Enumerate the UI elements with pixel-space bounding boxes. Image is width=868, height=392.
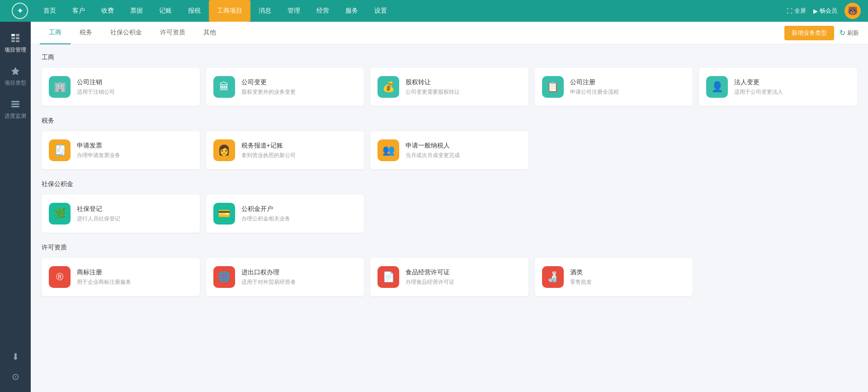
section-title-0: 工商 [42,53,857,62]
section-3: 许可资质®商标注册用于企业商标注册服务🌐进出口权办理适用于对外贸易经营者📄食品经… [42,244,857,296]
svg-rect-5 [16,40,19,42]
card-icon-1-2: 👥 [377,139,399,161]
top-navigation: ✦ 首页客户收费票据记账报税工商项目消息管理经营服务设置 ⛶ 全屏 ▶ 畅会员 … [0,0,868,22]
refresh-button[interactable]: ↻刷新 [840,29,859,37]
card-title-3-2: 食品经营许可证 [406,268,454,277]
service-card-2-0[interactable]: 🌿社保登记进行人员社保登记 [42,195,200,233]
tab-其他[interactable]: 其他 [194,22,225,44]
sidebar-item-project-type[interactable]: 项目类型 [0,59,31,92]
card-desc-1-2: 当月或次月成变更完成 [406,152,460,159]
service-card-0-1[interactable]: 🏛公司变更股权变更外的业务变更 [206,68,364,106]
card-info-3-1: 进出口权办理适用于对外贸易经营者 [241,268,296,286]
section-1: 税务🧾申请发票办理申请发票业务👩税务报道+记账拿到营业执照的新公司👥申请一般纳税… [42,117,857,169]
section-title-1: 税务 [42,117,857,125]
card-icon-2-1: 💳 [213,203,235,225]
card-title-1-0: 申请发票 [77,142,120,150]
svg-rect-11 [13,104,14,105]
section-title-3: 许可资质 [42,244,857,252]
fullscreen-label: 全屏 [794,7,806,15]
service-card-2-1[interactable]: 💳公积金开户办理公积金相关业务 [206,195,364,233]
card-icon-1-0: 🧾 [49,139,71,161]
service-card-0-0[interactable]: 🏢公司注销适用于注销公司 [42,68,200,106]
tab-社保公积金[interactable]: 社保公积金 [101,22,151,44]
mascot-avatar: 🐻 [844,3,861,19]
card-desc-2-1: 办理公积金相关业务 [241,215,290,223]
card-title-3-3: 酒类 [570,268,592,277]
svg-marker-6 [11,67,19,75]
vip-button[interactable]: ▶ 畅会员 [813,7,837,15]
card-title-0-3: 公司注册 [570,78,619,86]
nav-item-经营[interactable]: 经营 [308,0,337,22]
card-info-0-4: 法人变更适用于公司变更法人 [734,78,783,96]
card-icon-3-2: 📄 [377,266,399,288]
sidebar-item-progress[interactable]: 进度监测 [0,92,31,125]
nav-item-消息[interactable]: 消息 [250,0,279,22]
tab-许可资质[interactable]: 许可资质 [151,22,194,44]
nav-item-管理[interactable]: 管理 [279,0,308,22]
svg-rect-12 [15,106,17,107]
service-card-3-2[interactable]: 📄食品经营许可证办理食品经营许可证 [370,258,528,296]
nav-item-客户[interactable]: 客户 [64,0,93,22]
service-card-1-2[interactable]: 👥申请一般纳税人当月或次月成变更完成 [370,131,528,169]
add-type-button[interactable]: 新增业务类型 [784,26,834,40]
service-card-3-1[interactable]: 🌐进出口权办理适用于对外贸易经营者 [206,258,364,296]
refresh-label: 刷新 [847,29,859,37]
card-info-1-2: 申请一般纳税人当月或次月成变更完成 [406,142,460,159]
service-card-1-0[interactable]: 🧾申请发票办理申请发票业务 [42,131,200,169]
main-layout: 项目管理 项目类型 进度监测 [0,22,868,392]
sidebar-item-label: 项目管理 [5,46,26,54]
card-desc-0-2: 公司变更需要股权转让 [406,88,460,96]
service-card-1-1[interactable]: 👩税务报道+记账拿到营业执照的新公司 [206,131,364,169]
nav-item-设置[interactable]: 设置 [366,0,395,22]
nav-item-收费[interactable]: 收费 [93,0,122,22]
card-title-2-0: 社保登记 [77,205,120,213]
card-info-0-0: 公司注销适用于注销公司 [77,78,115,96]
settings-circle-icon[interactable]: ⊙ [7,368,24,385]
service-card-3-0[interactable]: ®商标注册用于企业商标注册服务 [42,258,200,296]
progress-icon [9,98,22,110]
card-info-2-0: 社保登记进行人员社保登记 [77,205,120,223]
service-card-0-4[interactable]: 👤法人变更适用于公司变更法人 [699,68,857,106]
card-icon-0-0: 🏢 [49,76,71,98]
content-area: 工商税务社保公积金许可资质其他 新增业务类型↻刷新 工商🏢公司注销适用于注销公司… [31,22,868,392]
nav-item-首页[interactable]: 首页 [35,0,64,22]
fullscreen-icon: ⛶ [787,8,793,14]
card-title-2-1: 公积金开户 [241,205,290,213]
sidebar-bottom: ⬇ ⊙ [0,349,31,392]
card-desc-0-4: 适用于公司变更法人 [734,88,783,96]
service-card-3-3[interactable]: 🍶酒类零售批发 [535,258,693,296]
nav-item-报税[interactable]: 报税 [180,0,209,22]
tab-税务[interactable]: 税务 [71,22,101,44]
service-card-0-3[interactable]: 📋公司注册申请公司注册全流程 [535,68,693,106]
card-info-1-1: 税务报道+记账拿到营业执照的新公司 [241,142,296,159]
tab-工商[interactable]: 工商 [40,22,71,44]
nav-item-记账[interactable]: 记账 [151,0,180,22]
cards-grid-3: ®商标注册用于企业商标注册服务🌐进出口权办理适用于对外贸易经营者📄食品经营许可证… [42,258,857,296]
play-icon: ▶ [813,8,818,14]
vip-label: 畅会员 [820,7,837,15]
sidebar-item-project-management[interactable]: 项目管理 [0,26,31,59]
scroll-content[interactable]: 工商🏢公司注销适用于注销公司🏛公司变更股权变更外的业务变更💰股权转让公司变更需要… [31,44,868,392]
card-title-3-0: 商标注册 [77,268,131,277]
card-desc-3-0: 用于企业商标注册服务 [77,278,131,286]
svg-rect-10 [17,101,18,102]
fullscreen-button[interactable]: ⛶ 全屏 [787,7,806,15]
nav-item-票据[interactable]: 票据 [122,0,151,22]
cards-grid-1: 🧾申请发票办理申请发票业务👩税务报道+记账拿到营业执照的新公司👥申请一般纳税人当… [42,131,857,169]
svg-rect-3 [16,37,19,39]
card-info-0-3: 公司注册申请公司注册全流程 [570,78,619,96]
project-type-icon [9,65,22,77]
section-2: 社保公积金🌿社保登记进行人员社保登记💳公积金开户办理公积金相关业务 [42,180,857,233]
download-icon[interactable]: ⬇ [7,349,24,365]
card-title-0-4: 法人变更 [734,78,783,86]
service-card-0-2[interactable]: 💰股权转让公司变更需要股权转让 [370,68,528,106]
card-title-1-2: 申请一般纳税人 [406,142,460,150]
card-info-3-3: 酒类零售批发 [570,268,592,286]
card-desc-0-0: 适用于注销公司 [77,88,115,96]
nav-item-服务[interactable]: 服务 [337,0,366,22]
nav-item-工商项目[interactable]: 工商项目 [209,0,250,22]
card-title-3-1: 进出口权办理 [241,268,296,277]
card-desc-0-3: 申请公司注册全流程 [570,88,619,96]
card-icon-3-1: 🌐 [213,266,235,288]
cards-grid-0: 🏢公司注销适用于注销公司🏛公司变更股权变更外的业务变更💰股权转让公司变更需要股权… [42,68,857,106]
